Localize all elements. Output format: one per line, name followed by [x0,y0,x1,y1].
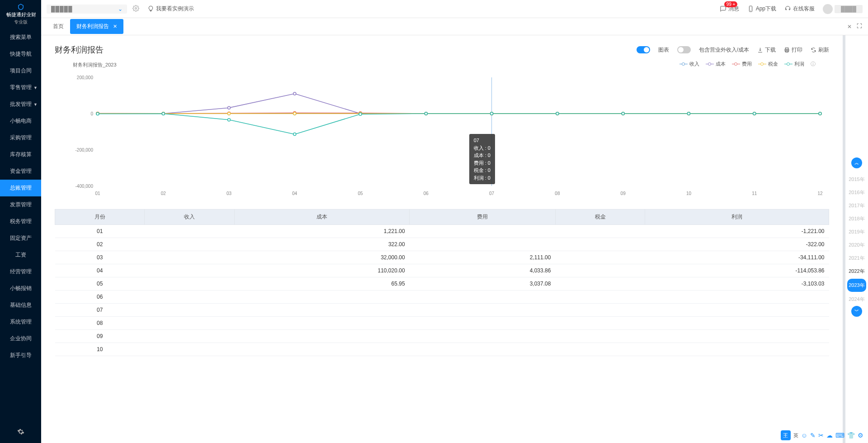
support-label: 在线客服 [793,5,815,13]
fullscreen-icon[interactable] [856,23,863,30]
sidebar-item-14[interactable]: 经营管理 [0,263,41,280]
table-cell: -114,053.86 [645,264,829,277]
sidebar-item-0[interactable]: 搜索菜单 [0,29,41,46]
ime-shirt-icon[interactable]: 👕 [847,432,855,439]
year-scroll-down[interactable]: ︾ [851,306,862,317]
svg-text:10: 10 [686,191,692,196]
table-header: 收入 [145,210,234,225]
legend-income[interactable]: 收入 [679,61,699,67]
year-item[interactable]: 2018年 [845,212,868,225]
chart-canvas[interactable]: 200,0000-200,000-400,0000102030405060708… [55,68,829,200]
year-item[interactable]: 2023年 [847,279,866,292]
year-item[interactable]: 2016年 [845,186,868,199]
svg-point-62 [293,112,296,115]
table-header: 月份 [55,210,145,225]
messages-button[interactable]: 消息 99 + [720,5,739,13]
table-cell: -322.00 [645,238,829,251]
chevron-down-icon: ⌄ [118,6,123,12]
sidebar-item-16[interactable]: 基础信息 [0,297,41,314]
table-cell [555,264,645,277]
table-cell [145,291,234,304]
table-cell [234,330,409,343]
year-item[interactable]: 2015年 [845,173,868,186]
sidebar-item-2[interactable]: 项目合同 [0,62,41,79]
sidebar-item-6[interactable]: 采购管理 [0,129,41,146]
ime-wang-icon[interactable]: 王 [781,430,791,440]
download-label: App下载 [756,5,776,13]
user-menu[interactable]: ████ [823,4,863,14]
svg-point-73 [228,119,231,121]
year-scroll-up[interactable]: ︽ [851,157,862,168]
sidebar-item-8[interactable]: 资金管理 [0,163,41,180]
table-row: 07 [55,304,829,317]
year-item[interactable]: 2019年 [845,225,868,238]
sidebar-item-9[interactable]: 总账管理 [0,180,41,196]
legend-cost[interactable]: 成本 [706,61,726,67]
refresh-button[interactable]: 刷新 [811,46,829,54]
download-button[interactable]: 下载 [757,46,776,54]
table-cell [555,304,645,317]
ime-smile-icon[interactable]: ☺ [801,432,807,439]
sidebar-item-17[interactable]: 系统管理 [0,314,41,330]
year-item[interactable]: 2021年 [845,252,868,265]
info-icon[interactable]: ⓘ [811,61,816,67]
table-row: 09 [55,330,829,343]
sidebar-item-19[interactable]: 新手引导 [0,347,41,364]
toggle-extra[interactable] [677,46,691,53]
sidebar-item-15[interactable]: 小畅报销 [0,280,41,297]
table-cell: 03 [55,251,145,264]
sidebar-item-5[interactable]: 小畅电商 [0,113,41,129]
svg-text:-200,000: -200,000 [75,148,94,152]
gear-icon[interactable] [132,5,139,13]
sidebar-item-4[interactable]: 批发管理▼ [0,96,41,113]
legend-expense[interactable]: 费用 [732,61,752,67]
sidebar-item-7[interactable]: 库存核算 [0,146,41,163]
ime-gear-icon[interactable]: ⚙ [858,432,863,439]
table-row: 04110,020.004,033.86-114,053.86 [55,264,829,277]
support-button[interactable]: 在线客服 [784,5,815,13]
sidebar-item-3[interactable]: 零售管理▼ [0,79,41,96]
sidebar-item-1[interactable]: 快捷导航 [0,46,41,62]
table-cell [145,277,234,291]
ime-keyboard-icon[interactable]: ⌨ [835,432,844,439]
ime-edit-icon[interactable]: ✎ [810,432,816,439]
ime-scissors-icon[interactable]: ✂ [818,432,824,439]
table-cell [645,330,829,343]
table-cell [145,330,234,343]
sidebar-item-10[interactable]: 发票管理 [0,196,41,213]
ime-lang[interactable]: 英 [793,432,798,439]
sidebar-item-13[interactable]: 工资 [0,247,41,263]
sidebar-item-12[interactable]: 固定资产 [0,230,41,247]
table-cell [645,343,829,356]
year-item[interactable]: 2020年 [845,238,868,252]
demo-link[interactable]: 我要看实例演示 [147,5,194,13]
app-download-button[interactable]: App下载 [747,5,776,13]
tab-label: 财务利润报告 [76,23,109,29]
year-item[interactable]: 2024年 [845,293,868,306]
table-cell [410,291,556,304]
print-button[interactable]: 打印 [784,46,802,54]
legend-tax[interactable]: 税金 [758,61,778,67]
tab-home[interactable]: 首页 [47,19,70,34]
svg-point-80 [687,112,690,115]
table-cell: 01 [55,225,145,238]
toggle-chart[interactable] [637,46,650,53]
svg-point-75 [359,113,362,115]
sidebar-item-11[interactable]: 税务管理 [0,213,41,230]
org-selector[interactable]: █████ ⌄ [47,5,127,14]
tab-report[interactable]: 财务利润报告 ✕ [70,19,123,34]
year-item[interactable]: 2017年 [845,199,868,212]
table-cell: 04 [55,264,145,277]
chart-tooltip: 07收入 : 0成本 : 0费用 : 0税金 : 0利润 : 0 [469,134,495,184]
table-cell [645,304,829,317]
year-item[interactable]: 2022年 [845,265,868,278]
legend-profit[interactable]: 利润 [784,61,804,67]
sidebar-item-18[interactable]: 企业协同 [0,330,41,347]
ime-cloud-icon[interactable]: ☁ [826,432,833,439]
table-header: 利润 [645,210,829,225]
settings-icon[interactable] [0,422,41,443]
table-cell: 10 [55,343,145,356]
table-cell [645,291,829,304]
close-all-icon[interactable]: ✕ [847,24,852,30]
close-icon[interactable]: ✕ [113,24,117,29]
